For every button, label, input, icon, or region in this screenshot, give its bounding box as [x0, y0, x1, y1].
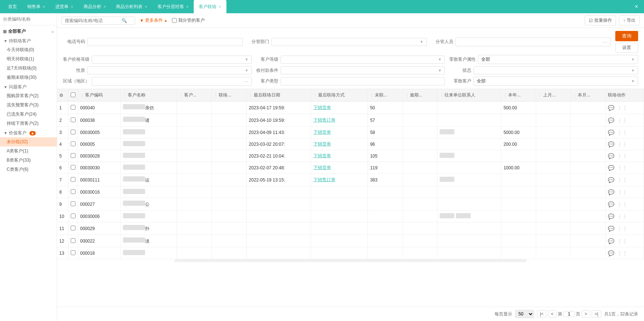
- grid-action-icon[interactable]: ⋮⋮: [617, 177, 627, 183]
- tab-sales[interactable]: 销售单 ×: [22, 0, 50, 13]
- cell-last-contact-method[interactable]: [311, 222, 367, 235]
- cell-checkbox[interactable]: [68, 127, 78, 138]
- cell-last-contact-method[interactable]: [311, 235, 367, 247]
- status-input[interactable]: ▼: [474, 66, 638, 74]
- sidebar-item-lost[interactable]: 已流失客户(24): [0, 110, 57, 119]
- select-all-checkbox[interactable]: [71, 92, 75, 97]
- grid-action-icon[interactable]: ⋮⋮: [617, 117, 627, 123]
- row-checkbox[interactable]: [71, 214, 75, 218]
- customer-type-input[interactable]: [281, 77, 445, 85]
- next-page-button[interactable]: >: [582, 310, 590, 318]
- first-page-button[interactable]: |<: [537, 310, 546, 318]
- col-gear[interactable]: ⚙: [57, 89, 68, 102]
- cell-checkbox[interactable]: [68, 186, 78, 198]
- query-button[interactable]: 查询: [615, 31, 638, 41]
- message-icon[interactable]: 💬: [608, 250, 614, 256]
- tab-product-analysis[interactable]: 商品分析 ×: [78, 0, 111, 13]
- cell-last-contact-method[interactable]: [311, 186, 367, 198]
- export-button[interactable]: ↑ 导出: [619, 15, 640, 25]
- cell-last-contact-method[interactable]: [311, 247, 367, 259]
- dept-input[interactable]: ▼: [271, 38, 427, 46]
- tab-home[interactable]: 首页: [3, 0, 22, 13]
- row-checkbox[interactable]: [71, 189, 75, 194]
- filter-search-input[interactable]: [65, 18, 120, 23]
- cell-checkbox[interactable]: [68, 174, 78, 186]
- grid-action-icon[interactable]: ⋮⋮: [617, 165, 627, 171]
- retail-attr-input[interactable]: 全部 ▼: [478, 55, 638, 64]
- message-icon[interactable]: 💬: [608, 189, 614, 195]
- row-checkbox[interactable]: [71, 226, 75, 230]
- sidebar-item-declining[interactable]: 持续下滑客户(2): [0, 119, 57, 128]
- message-icon[interactable]: 💬: [608, 226, 614, 232]
- message-icon[interactable]: 💬: [608, 165, 614, 171]
- cell-last-contact-method[interactable]: [311, 198, 367, 211]
- sidebar-item-abnormal[interactable]: 囤购异常客户(2): [0, 91, 57, 100]
- sidebar-item-c-class[interactable]: C类客户(6): [0, 165, 57, 174]
- reset-button[interactable]: 设置: [615, 43, 638, 53]
- sidebar-search-input[interactable]: [3, 17, 57, 22]
- message-icon[interactable]: 💬: [608, 238, 614, 244]
- grid-action-icon[interactable]: ⋮⋮: [617, 189, 627, 195]
- filter-more-conditions[interactable]: ▼ 更多条件 ▲: [140, 17, 168, 24]
- message-icon[interactable]: 💬: [608, 141, 614, 147]
- contact-method-link[interactable]: 下销售订单: [313, 117, 335, 123]
- tab-customer-contact[interactable]: 客户联络 ×: [194, 0, 226, 13]
- message-icon[interactable]: 💬: [608, 214, 614, 219]
- person-input[interactable]: ···: [455, 38, 611, 46]
- row-checkbox[interactable]: [71, 177, 75, 182]
- filter-my-customers[interactable]: 我分管的客户: [172, 17, 205, 24]
- cell-checkbox[interactable]: [68, 198, 78, 211]
- grid-action-icon[interactable]: ⋮⋮: [617, 153, 627, 159]
- sidebar-item-tomorrow-pending[interactable]: 明天待联络(1): [0, 54, 57, 64]
- tab-product-list-close[interactable]: ×: [145, 4, 147, 9]
- grid-action-icon[interactable]: ⋮⋮: [617, 238, 627, 244]
- retail-customer-input[interactable]: 全部 ▼: [474, 77, 638, 86]
- row-checkbox[interactable]: [71, 105, 75, 110]
- cell-last-contact-method[interactable]: 下销货单: [311, 150, 367, 162]
- grid-action-icon[interactable]: ⋮⋮: [617, 130, 627, 135]
- message-icon[interactable]: 💬: [608, 177, 614, 183]
- sidebar-item-ungroup[interactable]: 未分组(32): [0, 137, 57, 147]
- cell-checkbox[interactable]: [68, 150, 78, 162]
- per-page-select[interactable]: 50 100 200: [515, 310, 534, 318]
- window-close-button[interactable]: ×: [632, 3, 641, 10]
- row-checkbox[interactable]: [71, 201, 75, 206]
- sidebar-problem-group[interactable]: ▼ 问题客户: [0, 82, 57, 91]
- tab-customer-contact-close[interactable]: ×: [219, 4, 221, 9]
- filter-search-box[interactable]: 🔍: [61, 17, 135, 25]
- cell-checkbox[interactable]: [68, 114, 78, 127]
- region-input[interactable]: ···: [92, 77, 252, 86]
- contact-method-link[interactable]: 下销货单: [313, 141, 331, 147]
- sidebar-pending-group[interactable]: ▼ 待联络客户: [0, 36, 57, 45]
- message-icon[interactable]: 💬: [608, 201, 614, 207]
- message-icon[interactable]: 💬: [608, 105, 614, 111]
- row-checkbox[interactable]: [71, 238, 75, 243]
- cell-last-contact-method[interactable]: [311, 211, 367, 222]
- message-icon[interactable]: 💬: [608, 117, 614, 123]
- tab-customer-layer-close[interactable]: ×: [186, 4, 189, 9]
- tab-customer-layer[interactable]: 客户分层经客 ×: [152, 0, 194, 13]
- contact-method-link[interactable]: 下销货单: [313, 105, 331, 110]
- row-checkbox[interactable]: [71, 117, 75, 122]
- tab-product-list[interactable]: 商品分析列表 ×: [111, 0, 152, 13]
- contact-method-link[interactable]: 下销售订单: [313, 177, 335, 182]
- cell-last-contact-method[interactable]: 下销货单: [311, 127, 367, 138]
- cell-last-contact-method[interactable]: 下销售订单: [311, 174, 367, 186]
- row-checkbox[interactable]: [71, 165, 75, 170]
- sidebar-search-box[interactable]: 🔍: [0, 13, 57, 25]
- my-customers-checkbox[interactable]: [172, 18, 177, 23]
- tab-purchase-close[interactable]: ×: [71, 4, 73, 9]
- row-checkbox[interactable]: [71, 250, 75, 255]
- contact-method-link[interactable]: 下销货单: [313, 165, 331, 170]
- contact-method-link[interactable]: 下销货单: [313, 130, 331, 135]
- col-checkbox[interactable]: [68, 89, 78, 102]
- row-checkbox[interactable]: [71, 153, 75, 158]
- page-number-input[interactable]: [563, 311, 574, 317]
- grid-action-icon[interactable]: ⋮⋮: [617, 105, 627, 111]
- grid-action-icon[interactable]: ⋮⋮: [617, 250, 627, 256]
- message-icon[interactable]: 💬: [608, 153, 614, 159]
- cell-checkbox[interactable]: [68, 102, 78, 114]
- cell-last-contact-method[interactable]: 下销货单: [311, 138, 367, 150]
- customer-level-input[interactable]: ▼: [281, 56, 445, 64]
- sidebar-all-customers[interactable]: ⊞ 全部客户 «: [0, 25, 57, 36]
